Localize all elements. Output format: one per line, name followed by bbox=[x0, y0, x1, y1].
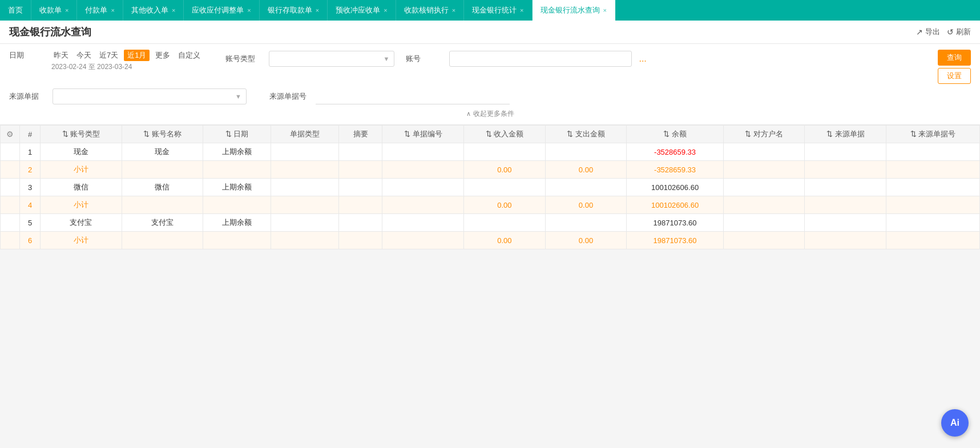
nav-tab-payments[interactable]: 付款单× bbox=[77, 0, 123, 21]
row-expense bbox=[545, 179, 627, 196]
row-source-doc-no bbox=[886, 179, 980, 196]
account-type-filter: 账号类型 ▼ bbox=[225, 51, 394, 67]
col-date[interactable]: ⇅ 日期 bbox=[203, 126, 271, 143]
nav-tab-receipts[interactable]: 收款单× bbox=[31, 0, 77, 21]
row-source-doc bbox=[805, 232, 886, 249]
row-expense bbox=[545, 143, 627, 161]
table-row: 5支付宝支付宝上期余额19871073.60 bbox=[1, 214, 980, 232]
row-doc-no bbox=[382, 179, 464, 196]
nav-tab-advance-offset[interactable]: 预收冲应收单× bbox=[328, 0, 396, 21]
top-nav: 首页收款单×付款单×其他收入单×应收应付调整单×银行存取款单×预收冲应收单×收款… bbox=[0, 0, 980, 21]
nav-tab-other-income[interactable]: 其他收入单× bbox=[123, 0, 184, 21]
close-tab-icon[interactable]: × bbox=[65, 7, 68, 14]
row-action bbox=[1, 214, 20, 232]
close-tab-icon[interactable]: × bbox=[384, 7, 387, 14]
nav-tab-bank-deposit[interactable]: 银行存取款单× bbox=[260, 0, 328, 21]
source-doc-no-label: 来源单据号 bbox=[269, 91, 306, 102]
row-date bbox=[203, 196, 271, 214]
row-num: 4 bbox=[20, 196, 41, 214]
close-tab-icon[interactable]: × bbox=[520, 7, 523, 14]
date-label: 日期 bbox=[9, 50, 43, 60]
source-doc-label: 来源单据 bbox=[9, 91, 43, 102]
date-option-last7[interactable]: 近7天 bbox=[97, 50, 120, 61]
nav-tab-ar-ap-adjust[interactable]: 应收应付调整单× bbox=[184, 0, 259, 21]
close-tab-icon[interactable]: × bbox=[603, 7, 607, 14]
row-doc-no bbox=[382, 196, 464, 214]
row-action bbox=[1, 161, 20, 179]
export-button[interactable]: ↗ 导出 bbox=[916, 27, 940, 37]
account-dots[interactable]: ... bbox=[639, 54, 646, 64]
date-option-custom[interactable]: 自定义 bbox=[176, 50, 203, 61]
source-doc-filter: 来源单据 ▼ bbox=[9, 88, 247, 104]
col-doc-no[interactable]: ⇅ 单据编号 bbox=[382, 126, 464, 143]
refresh-button[interactable]: ↺ 刷新 bbox=[947, 27, 971, 37]
row-account-name: 支付宝 bbox=[122, 214, 203, 232]
col-account-name[interactable]: ⇅ 账号名称 bbox=[122, 126, 203, 143]
row-counterpart bbox=[723, 232, 805, 249]
nav-tab-cash-bank-stats[interactable]: 现金银行统计× bbox=[464, 0, 532, 21]
row-source-doc bbox=[805, 161, 886, 179]
row-summary bbox=[338, 161, 382, 179]
settings-button[interactable]: 设置 bbox=[938, 68, 971, 84]
table-row: 2小计0.000.00-3528659.33 bbox=[1, 161, 980, 179]
row-source-doc-no bbox=[886, 232, 980, 249]
col-expense[interactable]: ⇅ 支出金额 bbox=[545, 126, 627, 143]
row-expense bbox=[545, 214, 627, 232]
row-summary bbox=[338, 196, 382, 214]
col-counterpart[interactable]: ⇅ 对方户名 bbox=[723, 126, 805, 143]
row-date: 上期余额 bbox=[203, 143, 271, 161]
close-tab-icon[interactable]: × bbox=[172, 7, 175, 14]
date-filter-block: 日期 昨天 今天 近7天 近1月 更多 自定义 2023-02-24 至 202… bbox=[9, 50, 203, 72]
table-row: 4小计0.000.00100102606.60 bbox=[1, 196, 980, 214]
date-option-more[interactable]: 更多 bbox=[153, 50, 172, 61]
table-row: 3微信微信上期余额100102606.60 bbox=[1, 179, 980, 196]
filter-row-1: 日期 昨天 今天 近7天 近1月 更多 自定义 2023-02-24 至 202… bbox=[9, 50, 971, 84]
row-doc-no bbox=[382, 161, 464, 179]
nav-tab-collection-exec[interactable]: 收款核销执行× bbox=[396, 0, 464, 21]
row-source-doc bbox=[805, 196, 886, 214]
account-type-select[interactable]: ▼ bbox=[269, 51, 394, 67]
col-balance[interactable]: ⇅ 余额 bbox=[627, 126, 724, 143]
table-body: 1现金现金上期余额-3528659.332小计0.000.00-3528659.… bbox=[1, 143, 980, 249]
row-action bbox=[1, 143, 20, 161]
col-settings[interactable]: ⚙ bbox=[1, 126, 20, 143]
row-balance: -3528659.33 bbox=[627, 161, 724, 179]
row-account-type: 微信 bbox=[41, 179, 122, 196]
row-doc-type bbox=[271, 143, 339, 161]
close-tab-icon[interactable]: × bbox=[452, 7, 455, 14]
close-tab-icon[interactable]: × bbox=[111, 7, 114, 14]
source-doc-select[interactable]: ▼ bbox=[53, 88, 247, 104]
row-num: 5 bbox=[20, 214, 41, 232]
collapse-bar[interactable]: ∧ 收起更多条件 bbox=[9, 107, 971, 122]
source-doc-no-filter: 来源单据号 bbox=[269, 88, 510, 104]
gear-icon[interactable]: ⚙ bbox=[6, 130, 14, 139]
refresh-icon: ↺ bbox=[947, 27, 954, 37]
query-button[interactable]: 查询 bbox=[938, 50, 971, 66]
nav-tab-cash-bank-flow[interactable]: 现金银行流水查询× bbox=[533, 0, 615, 21]
filter-row-2: 来源单据 ▼ 来源单据号 bbox=[9, 88, 971, 104]
close-tab-icon[interactable]: × bbox=[316, 7, 319, 14]
col-income[interactable]: ⇅ 收入金额 bbox=[464, 126, 546, 143]
row-balance: -3528659.33 bbox=[627, 143, 724, 161]
source-doc-no-input[interactable] bbox=[316, 88, 510, 104]
collapse-label: 收起更多条件 bbox=[473, 109, 514, 119]
export-icon: ↗ bbox=[916, 27, 923, 37]
col-source-doc-no[interactable]: ⇅ 来源单据号 bbox=[886, 126, 980, 143]
row-date bbox=[203, 232, 271, 249]
close-tab-icon[interactable]: × bbox=[247, 7, 251, 14]
row-doc-no bbox=[382, 214, 464, 232]
date-option-today[interactable]: 今天 bbox=[74, 50, 94, 61]
row-action bbox=[1, 196, 20, 214]
col-account-type[interactable]: ⇅ 账号类型 bbox=[41, 126, 122, 143]
header-row: ⚙ # ⇅ 账号类型 ⇅ 账号名称 ⇅ 日期 单据类型 摘要 ⇅ 单据编号 bbox=[1, 126, 980, 143]
account-input[interactable] bbox=[449, 51, 632, 67]
account-label: 账号 bbox=[406, 54, 440, 64]
nav-tab-home[interactable]: 首页 bbox=[0, 0, 31, 21]
header-actions: ↗ 导出 ↺ 刷新 bbox=[916, 27, 971, 37]
row-income bbox=[464, 214, 546, 232]
data-table: ⚙ # ⇅ 账号类型 ⇅ 账号名称 ⇅ 日期 单据类型 摘要 ⇅ 单据编号 bbox=[0, 125, 980, 249]
col-source-doc[interactable]: ⇅ 来源单据 bbox=[805, 126, 886, 143]
date-option-last1month[interactable]: 近1月 bbox=[124, 50, 150, 61]
row-account-name bbox=[122, 232, 203, 249]
date-option-yesterday[interactable]: 昨天 bbox=[51, 50, 71, 61]
